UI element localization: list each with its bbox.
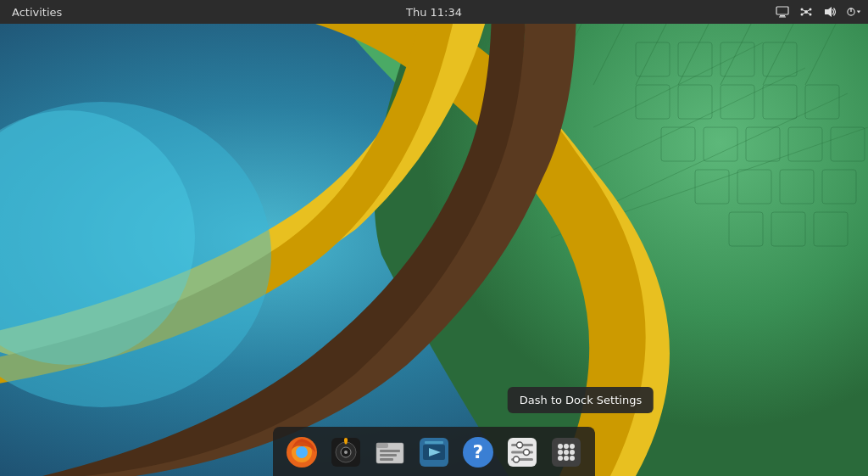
dock-item-files[interactable] — [370, 432, 410, 473]
svg-point-83 — [564, 444, 569, 449]
svg-point-76 — [517, 442, 523, 448]
svg-marker-49 — [825, 7, 832, 17]
dock-item-software[interactable] — [414, 432, 454, 473]
svg-point-86 — [564, 450, 569, 455]
svg-text:?: ? — [473, 441, 484, 462]
svg-rect-61 — [344, 438, 348, 443]
topbar: Activities Thu 11:34 — [0, 0, 868, 24]
topbar-clock: Thu 11:34 — [406, 6, 462, 19]
svg-point-78 — [524, 450, 530, 456]
svg-point-85 — [558, 450, 563, 455]
svg-rect-63 — [376, 443, 388, 448]
svg-rect-39 — [779, 17, 786, 18]
svg-rect-71 — [425, 441, 443, 444]
svg-point-59 — [344, 451, 348, 454]
dock-item-help[interactable]: ? — [458, 432, 498, 473]
volume-icon[interactable] — [822, 4, 837, 20]
dock-item-app-grid[interactable] — [546, 432, 587, 473]
svg-point-89 — [564, 456, 569, 461]
topbar-left: Activities — [7, 4, 67, 20]
dock-item-settings[interactable]: Dash to Dock Settings — [502, 432, 542, 473]
svg-rect-38 — [780, 15, 785, 17]
svg-point-87 — [570, 450, 575, 455]
svg-point-88 — [558, 456, 563, 461]
screen-icon[interactable] — [775, 4, 790, 20]
svg-point-90 — [570, 456, 575, 461]
svg-rect-66 — [380, 454, 397, 456]
desktop: Activities Thu 11:34 — [0, 0, 868, 476]
wallpaper — [0, 0, 868, 476]
svg-rect-67 — [380, 458, 393, 461]
dock: ? Dash to Dock Settings — [273, 427, 595, 476]
svg-point-82 — [558, 444, 563, 449]
svg-rect-37 — [776, 7, 788, 14]
activities-button[interactable]: Activities — [7, 4, 67, 20]
power-dropdown-arrow — [856, 8, 861, 15]
svg-rect-65 — [380, 450, 400, 452]
svg-point-55 — [296, 446, 308, 458]
dock-item-rhythmbox[interactable] — [326, 432, 366, 473]
svg-point-80 — [514, 456, 520, 462]
network-icon[interactable] — [798, 4, 814, 20]
svg-marker-52 — [857, 11, 861, 14]
power-icon[interactable] — [846, 4, 861, 20]
dock-item-firefox[interactable] — [281, 432, 322, 473]
topbar-right — [775, 4, 861, 20]
svg-point-84 — [570, 444, 575, 449]
